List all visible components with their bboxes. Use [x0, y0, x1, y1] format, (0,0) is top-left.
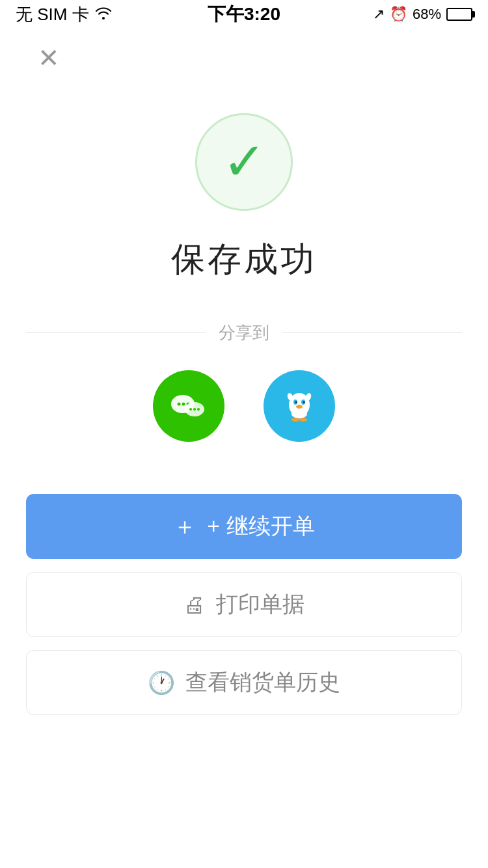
plus-icon: ＋	[173, 511, 197, 543]
success-title: 保存成功	[171, 237, 317, 282]
svg-point-14	[291, 409, 307, 418]
close-button[interactable]: ✕	[33, 42, 65, 74]
history-icon: 🕐	[148, 670, 175, 696]
share-icons	[153, 370, 335, 442]
svg-point-7	[197, 408, 200, 411]
battery-icon	[446, 8, 472, 21]
divider-right	[282, 332, 462, 333]
svg-point-16	[299, 418, 307, 422]
status-bar: 无 SIM 卡 下午3:20 ↗ ⏰ 68%	[0, 0, 488, 29]
carrier-text: 无 SIM 卡	[16, 3, 89, 26]
svg-point-12	[303, 401, 305, 403]
wechat-icon	[166, 383, 211, 429]
qq-share-button[interactable]	[264, 370, 335, 442]
page-content: ✕ ✓ 保存成功 分享到	[0, 29, 488, 868]
print-icon: 🖨	[183, 592, 206, 617]
wifi-icon	[94, 5, 113, 25]
action-buttons: ＋ + 继续开单 🖨 打印单据 🕐 查看销货单历史	[26, 494, 462, 715]
status-right: ↗ ⏰ 68%	[373, 6, 472, 23]
wechat-share-button[interactable]	[153, 370, 224, 442]
success-icon-container: ✓	[195, 113, 293, 211]
checkmark-icon: ✓	[223, 136, 266, 188]
time-display: 下午3:20	[208, 2, 280, 27]
close-icon: ✕	[38, 45, 60, 71]
svg-point-11	[295, 401, 297, 403]
svg-point-15	[291, 418, 299, 422]
svg-point-1	[178, 403, 181, 406]
alarm-icon: ⏰	[390, 6, 407, 23]
share-divider: 分享到	[26, 321, 462, 344]
divider-left	[26, 332, 206, 333]
svg-point-5	[189, 408, 192, 411]
battery-percent: 68%	[413, 6, 441, 23]
svg-point-2	[182, 403, 185, 406]
continue-button[interactable]: ＋ + 继续开单	[26, 494, 462, 559]
qq-icon	[280, 387, 319, 426]
history-label: 查看销货单历史	[185, 668, 340, 698]
svg-point-13	[296, 405, 303, 409]
history-button[interactable]: 🕐 查看销货单历史	[26, 650, 462, 715]
continue-label: + 继续开单	[207, 511, 314, 541]
status-left: 无 SIM 卡	[16, 3, 113, 26]
print-label: 打印单据	[216, 590, 305, 619]
location-icon: ↗	[373, 6, 385, 23]
svg-point-6	[193, 408, 196, 411]
share-label: 分享到	[219, 321, 269, 344]
print-button[interactable]: 🖨 打印单据	[26, 572, 462, 637]
